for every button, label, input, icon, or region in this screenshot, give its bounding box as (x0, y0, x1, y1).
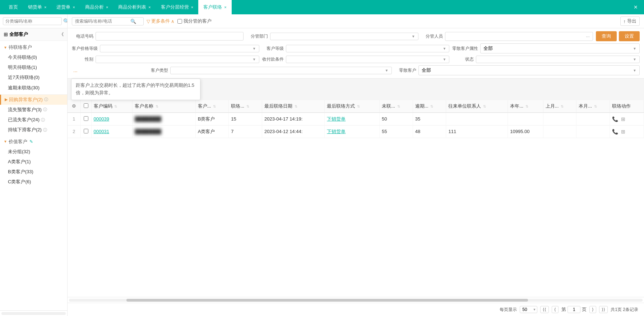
table-area[interactable]: ⚙ 客户编码 ⇅ 客户名称 ⇅ (68, 100, 644, 297)
sidebar-item-c-class[interactable]: C类客户(6) (0, 177, 67, 187)
per-page-select[interactable]: 50 100 200 (520, 306, 537, 313)
collapse-icon[interactable]: 《 (59, 32, 64, 38)
sidebar-search-icon[interactable]: 🔍 (63, 18, 68, 24)
tab-purchase-order[interactable]: 进货单 × (51, 0, 80, 14)
info-icon-2: ⓘ (43, 107, 47, 112)
td-overdue-1: 35 (413, 113, 446, 126)
tab-home[interactable]: 首页 (4, 0, 23, 14)
close-icon[interactable]: × (106, 5, 108, 9)
sort-icon[interactable]: ⇅ (594, 104, 597, 108)
manager-select[interactable]: ··· (445, 32, 593, 41)
prev-page-btn[interactable]: ⟨ (552, 306, 559, 313)
td-method-1[interactable]: 下销货单 (325, 113, 380, 126)
search-input[interactable] (75, 19, 129, 24)
search-icon[interactable]: 🔍 (130, 19, 136, 24)
value-group-title[interactable]: ▼ 价值客户 ✎ (0, 137, 67, 147)
settings-button[interactable]: 设置 (619, 31, 640, 41)
td-checkbox-2[interactable] (80, 125, 91, 138)
pending-group-title[interactable]: ▼ 待联络客户 (0, 42, 67, 52)
row-checkbox-2[interactable] (84, 129, 88, 133)
close-icon[interactable]: × (224, 5, 226, 9)
phone-action-icon[interactable]: 📞 (612, 116, 618, 122)
scroll-track[interactable] (69, 299, 643, 302)
payment-select[interactable]: ▼ (286, 56, 450, 63)
select-all-checkbox[interactable] (84, 103, 88, 108)
value-group: ▼ 价值客户 ✎ 未分组(32) A类客户(1) B类客户(33) C类客户(6… (0, 135, 67, 189)
td-checkbox-1[interactable] (80, 113, 91, 126)
td-code-2[interactable]: 000031 (91, 125, 133, 138)
all-customers-header[interactable]: ⊞ 全部客户 《 (0, 28, 67, 41)
more-dots[interactable]: ... (72, 67, 79, 73)
sidebar-search-input[interactable] (3, 17, 62, 25)
page-input[interactable] (567, 306, 580, 313)
td-month-2 (576, 125, 610, 138)
scroll-thumb[interactable] (126, 299, 528, 302)
filter-cell-gender: 性别 ▼ (72, 56, 259, 63)
sort-icon[interactable]: ⇅ (397, 104, 400, 108)
sidebar-item-7days[interactable]: 近7天待联络(0) (0, 72, 67, 82)
query-button[interactable]: 查询 (596, 31, 617, 41)
price-level-select[interactable]: ▼ (100, 45, 259, 52)
last-page-btn[interactable]: ⟩⟩ (599, 306, 608, 313)
sidebar-scrollbar[interactable] (1, 312, 66, 315)
horizontal-scrollbar[interactable] (68, 297, 644, 303)
sidebar-item-declining[interactable]: 持续下滑客户(2) ⓘ (0, 125, 67, 135)
th-checkbox[interactable] (80, 100, 91, 113)
sort-icon[interactable]: ⇅ (114, 104, 117, 108)
more-conditions-btn[interactable]: ▽ 更多条件 ∧ (147, 18, 175, 24)
sidebar-item-ungroup[interactable]: 未分组(32) (0, 147, 67, 157)
close-icon[interactable]: × (44, 5, 46, 9)
sidebar-item-repurchase-anomaly[interactable]: ▶ 回购异常客户(2) ⓘ (0, 95, 67, 105)
sort-icon[interactable]: ⇅ (295, 104, 297, 108)
sort-icon[interactable]: ⇅ (246, 104, 249, 108)
sidebar-item-lost-preview[interactable]: 流失预警客户(3) ⓘ (0, 105, 67, 115)
phone-input[interactable] (96, 32, 244, 41)
next-page-btn[interactable]: ⟩ (589, 306, 596, 313)
sidebar-item-today[interactable]: 今天待联络(0) (0, 52, 67, 62)
td-contact-person-2: 111 (446, 125, 508, 138)
edit-icon[interactable]: ✎ (29, 139, 33, 144)
sidebar-item-tomorrow[interactable]: 明天待联络(1) (0, 62, 67, 72)
sort-icon[interactable]: ⇅ (483, 104, 486, 108)
my-customer-checkbox[interactable] (177, 19, 182, 24)
my-customer-toggle[interactable]: 我分管的客户 (177, 18, 212, 24)
th-settings[interactable]: ⚙ (68, 100, 80, 113)
sort-icon[interactable]: ⇅ (430, 104, 433, 108)
th-contact-person: 往来单位联系人 ⇅ (446, 100, 508, 113)
close-icon[interactable]: × (191, 5, 193, 9)
sidebar-item-already-lost[interactable]: 已流失客户(24) ⓘ (0, 115, 67, 125)
customer-type-select[interactable]: ▼ (170, 67, 392, 74)
more-action-icon[interactable]: ⊞ (621, 116, 625, 122)
status-select[interactable]: ▼ (476, 56, 640, 63)
sort-icon[interactable]: ⇅ (561, 104, 564, 108)
tab-product-analysis[interactable]: 商品分析 × (80, 0, 113, 14)
close-icon[interactable]: × (148, 5, 150, 9)
sort-icon[interactable]: ⇅ (213, 104, 216, 108)
sidebar-item-a-class[interactable]: A类客户(1) (0, 157, 67, 167)
sort-icon[interactable]: ⇅ (156, 104, 158, 108)
close-icon[interactable]: × (73, 5, 75, 9)
customer-level-select[interactable]: ▼ (286, 45, 450, 52)
info-icon-4: ⓘ (43, 127, 47, 133)
sidebar-item-overdue[interactable]: 逾期未联络(30) (0, 83, 67, 93)
gender-select[interactable]: ▼ (96, 56, 259, 63)
tab-sales-order[interactable]: 销货单 × (23, 0, 51, 14)
tab-customer-segments[interactable]: 客户分层经营 × (156, 0, 198, 14)
dept-select[interactable]: ▼ (270, 33, 418, 40)
sort-icon[interactable]: ⇅ (357, 104, 360, 108)
td-code-1[interactable]: 000039 (91, 113, 133, 126)
row-checkbox-1[interactable] (84, 116, 88, 121)
window-close-button[interactable]: × (631, 4, 640, 11)
retail-customer-select[interactable]: 全部 ▼ (418, 65, 640, 75)
more-action-icon-2[interactable]: ⊞ (621, 129, 625, 135)
phone-action-icon-2[interactable]: 📞 (612, 129, 618, 135)
sidebar-item-b-class[interactable]: B类客户(33) (0, 167, 67, 177)
td-method-2[interactable]: 下销货单 (325, 125, 380, 138)
tab-customer-contact[interactable]: 客户联络 × (198, 0, 231, 14)
tab-product-analysis-list[interactable]: 商品分析列表 × (113, 0, 156, 14)
retail-attr-select[interactable]: 全部 ▼ (480, 43, 640, 53)
sort-icon[interactable]: ⇅ (525, 104, 528, 108)
price-level-label: 客户价格等级 (72, 46, 98, 52)
first-page-btn[interactable]: ⟨⟨ (540, 306, 549, 313)
export-button[interactable]: ↑ 导出 (620, 16, 640, 26)
